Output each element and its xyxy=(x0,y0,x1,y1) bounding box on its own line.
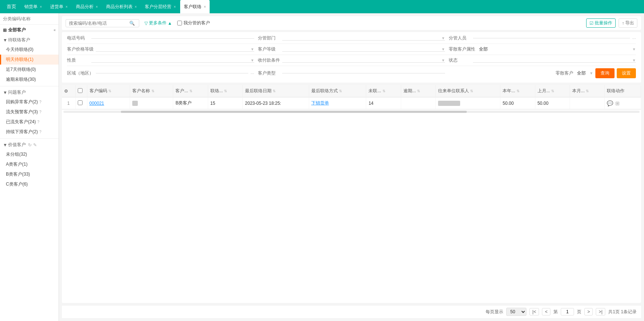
col-overdue[interactable]: 逾期... ⇅ xyxy=(401,85,435,97)
edit-icon[interactable]: ✎ xyxy=(33,142,37,148)
col-contacts[interactable]: 联络... ⇅ xyxy=(208,85,242,97)
nav-goods-analysis-list[interactable]: 商品分析列表 × xyxy=(102,0,141,13)
select-all-checkbox[interactable] xyxy=(78,88,83,93)
col-unit-contact[interactable]: 往来单位联系人 ⇅ xyxy=(436,85,500,97)
prev-page-btn[interactable]: < xyxy=(542,308,550,315)
table-container: ⚙ 客户编码 ⇅ 客户名称 ⇅ xyxy=(62,85,641,303)
sidebar-item-declining[interactable]: 持续下滑客户(2) ? xyxy=(0,127,59,137)
row-checkbox-cell xyxy=(75,97,87,109)
export-btn[interactable]: ↑ 导出 xyxy=(619,18,637,28)
region-dots-icon[interactable]: ··· xyxy=(251,71,254,76)
my-customers-filter[interactable]: 我分管的客户 xyxy=(177,20,210,26)
payment-chevron: ▼ xyxy=(441,58,445,62)
row-type: B类客户 xyxy=(173,97,208,109)
arrow-down-icon2: ▼ xyxy=(3,90,7,95)
sort-method-icon: ⇅ xyxy=(339,89,342,93)
help-icon-4: ? xyxy=(39,130,42,134)
action-grid-icon[interactable]: ⊞ xyxy=(615,100,620,106)
last-method-link[interactable]: 下销货单 xyxy=(311,100,329,106)
toolbar: 🔍 ▽ 更多条件 ▲ 我分管的客户 ☑ 批量操作 ↑ 导出 xyxy=(62,16,641,30)
sidebar-all-customers[interactable]: ⊞ 全部客户 « xyxy=(0,25,59,35)
horizontal-scrollbar[interactable] xyxy=(62,109,641,114)
col-last-method[interactable]: 最后联络方式 ⇅ xyxy=(309,85,366,97)
help-icon-2: ? xyxy=(39,110,42,114)
nav-sales[interactable]: 销货单 × xyxy=(21,0,46,13)
customer-level-label: 客户等级 xyxy=(258,46,280,52)
nav-purchase-close[interactable]: × xyxy=(66,5,68,9)
page-label: 页 xyxy=(577,309,581,315)
refresh-icon[interactable]: ↻ xyxy=(28,142,32,148)
customer-type-label: 客户类型 xyxy=(258,70,280,76)
filter-retail-customer: 零散客户 全部 ▼ 查询 设置 xyxy=(449,68,636,78)
first-page-btn[interactable]: |< xyxy=(529,308,539,315)
search-icon[interactable]: 🔍 xyxy=(129,21,135,26)
col-last-date[interactable]: 最后联络日期 ⇅ xyxy=(243,85,309,97)
my-customers-checkbox[interactable] xyxy=(177,21,182,25)
col-type[interactable]: 客户... ⇅ xyxy=(173,85,208,97)
dept-chevron-icon: ▼ xyxy=(441,36,445,40)
filter-more-btn[interactable]: ▽ 更多条件 ▲ xyxy=(142,19,174,27)
retail-attr-chevron: ▼ xyxy=(632,47,636,51)
action-chat-icon[interactable]: 💬 xyxy=(607,100,613,106)
nav-goods-analysis-close[interactable]: × xyxy=(96,5,98,9)
nav-purchase[interactable]: 进货单 × xyxy=(46,0,71,13)
sidebar-item-churn-warning[interactable]: 流失预警客户(3) ? xyxy=(0,107,59,117)
retail-attr-value: 全部 xyxy=(479,46,488,52)
col-this-year[interactable]: 本年... ⇅ xyxy=(500,85,535,97)
total-label: 共1页 1条记录 xyxy=(608,309,637,315)
filter-customer-level: 客户等级 ▼ xyxy=(258,46,445,52)
person-dots-icon[interactable]: ··· xyxy=(632,36,636,41)
sidebar-item-week7[interactable]: 近7天待联络(0) xyxy=(0,65,59,75)
nav-customer-contact-close[interactable]: × xyxy=(204,5,206,9)
sidebar-item-tomorrow[interactable]: 明天待联络(1) xyxy=(0,55,59,65)
top-nav: 首页 销货单 × 进货单 × 商品分析 × 商品分析列表 × 客户分层经营 × … xyxy=(0,0,644,13)
filter-icon: ▽ xyxy=(144,21,148,26)
search-input[interactable] xyxy=(69,21,128,26)
nav-customer-contact[interactable]: 客户联络 × xyxy=(180,0,210,13)
export-icon: ↑ xyxy=(622,21,624,26)
nav-sales-close[interactable]: × xyxy=(40,5,42,9)
filter-person: 分管人员 ··· xyxy=(449,35,636,41)
sort-this-year-icon: ⇅ xyxy=(517,89,519,93)
col-last-month[interactable]: 上月... ⇅ xyxy=(535,85,570,97)
last-page-btn[interactable]: >| xyxy=(596,308,605,315)
sidebar-item-overdue[interactable]: 逾期未联络(30) xyxy=(0,75,59,84)
filter-customer-type: 客户类型 xyxy=(258,68,445,78)
nav-customer-tier-close[interactable]: × xyxy=(174,5,176,9)
col-name[interactable]: 客户名称 ⇅ xyxy=(130,85,173,97)
batch-btn[interactable]: ☑ 批量操作 xyxy=(586,18,616,28)
per-page-select[interactable]: 50 100 xyxy=(506,308,526,316)
table-row: 1 000021 Ea B类客户 15 2023-05-23 18:25: xyxy=(62,97,641,109)
sidebar-item-churned[interactable]: 已流失客户(24) ? xyxy=(0,117,59,127)
query-button[interactable]: 查询 xyxy=(595,68,615,78)
row-checkbox[interactable] xyxy=(78,100,83,105)
row-overdue xyxy=(401,97,435,109)
filter-price-level: 客户价格等级 ▼ xyxy=(67,46,254,52)
nav-goods-analysis-list-close[interactable]: × xyxy=(135,5,137,9)
sidebar-search-input[interactable] xyxy=(3,16,58,21)
sidebar-item-ungroup[interactable]: 未分组(32) xyxy=(0,149,59,159)
col-checkbox xyxy=(75,85,87,97)
col-this-month[interactable]: 本月... ⇅ xyxy=(570,85,604,97)
retail-attr-label: 零散客户属性 xyxy=(449,46,475,52)
nav-customer-tier[interactable]: 客户分层经营 × xyxy=(141,0,179,13)
row-last-method: 下销货单 xyxy=(309,97,366,109)
sidebar-item-today[interactable]: 今天待联络(0) xyxy=(0,45,59,55)
sort-unit-contact-icon: ⇅ xyxy=(470,89,473,93)
gear-icon[interactable]: ⚙ xyxy=(64,89,68,94)
page-input[interactable] xyxy=(561,308,574,315)
sort-contacts-icon: ⇅ xyxy=(224,89,227,93)
nav-home[interactable]: 首页 xyxy=(3,0,20,13)
col-gear[interactable]: ⚙ xyxy=(62,85,75,97)
filter-region: 区域（地区） ··· xyxy=(67,68,254,78)
nav-goods-analysis[interactable]: 商品分析 × xyxy=(72,0,102,13)
sidebar-item-type-b[interactable]: B类客户(33) xyxy=(0,169,59,179)
sidebar-item-type-a[interactable]: A类客户(1) xyxy=(0,159,59,169)
setting-button[interactable]: 设置 xyxy=(617,68,636,78)
next-page-btn[interactable]: > xyxy=(584,308,593,315)
sidebar-item-type-c[interactable]: C类客户(6) xyxy=(0,179,59,189)
nature-chevron: ▼ xyxy=(251,58,254,62)
col-code[interactable]: 客户编码 ⇅ xyxy=(87,85,130,97)
sidebar-item-repurchase-abnormal[interactable]: 回购异常客户(2) ? xyxy=(0,97,59,107)
col-uncontacted[interactable]: 未联... ⇅ xyxy=(366,85,401,97)
